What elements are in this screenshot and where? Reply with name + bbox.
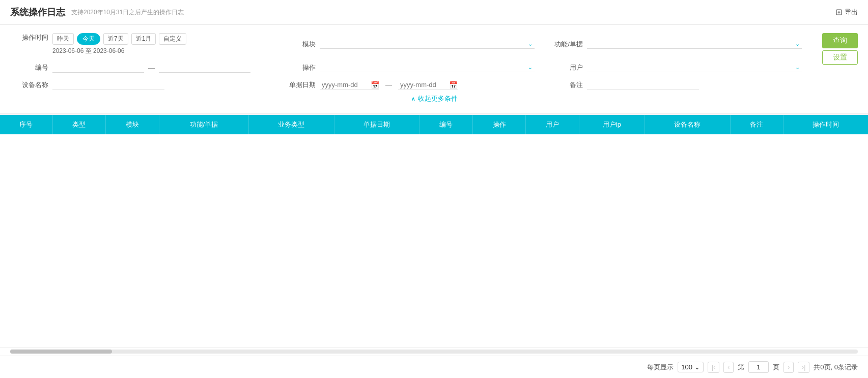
next-page-button[interactable]: › — [783, 362, 794, 373]
date-start-group: 📅 — [320, 80, 379, 90]
col-index: 序号 — [0, 115, 52, 134]
col-remark: 备注 — [730, 115, 783, 134]
export-label: 导出 — [845, 8, 858, 17]
page-unit: 页 — [773, 363, 779, 372]
col-voucher-date: 单据日期 — [334, 115, 419, 134]
calendar-start-icon[interactable]: 📅 — [371, 81, 379, 89]
module-select[interactable]: ⌄ — [320, 40, 535, 49]
first-page-button[interactable]: |‹ — [708, 362, 719, 373]
page-label: 第 — [738, 363, 744, 372]
col-user-ip: 用户ip — [579, 115, 645, 134]
col-code: 编号 — [419, 115, 472, 134]
time-range: 2023-06-06 至 2023-06-06 — [52, 47, 186, 55]
query-button[interactable]: 查询 — [822, 33, 858, 48]
time-btn-7days[interactable]: 近7天 — [103, 33, 128, 45]
remark-input[interactable] — [587, 80, 699, 90]
scrollbar-area — [0, 347, 868, 356]
code-start-input[interactable] — [52, 63, 144, 73]
chevron-up-icon: ∧ — [411, 95, 416, 103]
time-btn-custom[interactable]: 自定义 — [159, 33, 186, 45]
date-start-input[interactable] — [320, 80, 371, 90]
page-number-input[interactable] — [748, 361, 769, 373]
table-header: 序号 类型 模块 功能/单据 业务类型 单据日期 编号 操作 用户 用户ip 设… — [0, 115, 868, 134]
per-page-select[interactable]: 100 ⌄ — [678, 362, 704, 372]
action-buttons: 查询 设置 — [822, 33, 858, 65]
time-btn-1month[interactable]: 近1月 — [131, 33, 156, 45]
scrollbar-thumb[interactable] — [10, 350, 112, 354]
col-op-time: 操作时间 — [783, 115, 868, 134]
col-module: 模块 — [106, 115, 159, 134]
function-select[interactable]: ⌄ — [587, 40, 802, 49]
user-select-text — [587, 67, 795, 69]
scrollbar-track — [10, 350, 858, 354]
collapse-button[interactable]: ∧ 收起更多条件 — [411, 94, 458, 103]
function-chevron-icon: ⌄ — [795, 41, 800, 47]
user-label: 用户 — [545, 63, 583, 72]
module-filter: 模块 ⌄ — [277, 33, 545, 55]
pagination-total: 共0页, 0条记录 — [814, 363, 858, 372]
col-type: 类型 — [52, 115, 105, 134]
table-wrapper: 序号 类型 模块 功能/单据 业务类型 单据日期 编号 操作 用户 用户ip 设… — [0, 115, 868, 347]
date-dash: — — [385, 81, 392, 89]
code-label: 编号 — [10, 63, 48, 72]
operation-label: 操作 — [277, 63, 316, 72]
prev-page-button[interactable]: ‹ — [723, 362, 734, 373]
operation-chevron-icon: ⌄ — [528, 64, 533, 71]
per-page-label: 每页显示 — [647, 363, 674, 372]
code-end-input[interactable] — [159, 63, 250, 73]
date-end-group: 📅 — [398, 80, 458, 90]
calendar-end-icon[interactable]: 📅 — [449, 81, 458, 89]
voucher-date-filter: 单据日期 📅 — 📅 — [277, 80, 545, 90]
device-filter: 设备名称 — [10, 80, 277, 90]
code-filter: 编号 — — [10, 63, 277, 73]
device-label: 设备名称 — [10, 80, 48, 90]
time-label: 操作时间 — [10, 33, 48, 42]
remark-filter: 备注 — [545, 80, 812, 90]
last-page-button[interactable]: ›| — [798, 362, 809, 373]
col-function: 功能/单据 — [159, 115, 248, 134]
col-biz-type: 业务类型 — [249, 115, 334, 134]
function-select-text — [587, 43, 795, 45]
code-dash: — — [148, 64, 155, 72]
page-title: 系统操作日志 — [10, 6, 65, 18]
function-label: 功能/单据 — [545, 40, 583, 49]
collapse-bar: ∧ 收起更多条件 — [10, 90, 858, 105]
date-end-input[interactable] — [398, 80, 449, 90]
export-icon — [835, 9, 843, 16]
module-chevron-icon: ⌄ — [528, 41, 533, 47]
module-label: 模块 — [277, 40, 316, 49]
pagination: 每页显示 100 ⌄ |‹ ‹ 第 页 › ›| 共0页, 0条记录 — [0, 356, 868, 378]
user-filter: 用户 ⌄ — [545, 63, 812, 73]
col-user: 用户 — [526, 115, 579, 134]
export-button[interactable]: 导出 — [835, 8, 858, 17]
operation-select[interactable]: ⌄ — [320, 63, 535, 72]
operation-select-text — [320, 67, 528, 69]
remark-label: 备注 — [545, 80, 583, 90]
col-operation: 操作 — [472, 115, 525, 134]
module-select-text — [320, 43, 528, 45]
voucher-date-label: 单据日期 — [277, 80, 316, 90]
user-chevron-icon: ⌄ — [795, 64, 800, 71]
settings-button[interactable]: 设置 — [822, 50, 858, 65]
device-input[interactable] — [52, 80, 164, 90]
operation-filter: 操作 ⌄ — [277, 63, 545, 73]
time-buttons: 昨天 今天 近7天 近1月 自定义 — [52, 33, 186, 45]
per-page-value: 100 — [681, 363, 692, 371]
time-btn-yesterday[interactable]: 昨天 — [52, 33, 74, 45]
page-subtitle: 支持2020年10月31日之后产生的操作日志 — [71, 8, 184, 17]
col-device: 设备名称 — [645, 115, 730, 134]
data-table: 序号 类型 模块 功能/单据 业务类型 单据日期 编号 操作 用户 用户ip 设… — [0, 115, 868, 134]
user-select[interactable]: ⌄ — [587, 63, 802, 72]
collapse-label: 收起更多条件 — [418, 94, 458, 103]
filter-area: 操作时间 昨天 今天 近7天 近1月 自定义 2023-06-06 至 2023… — [0, 25, 868, 114]
time-filter: 操作时间 昨天 今天 近7天 近1月 自定义 2023-06-06 至 2023… — [10, 33, 277, 55]
page-header: 系统操作日志 支持2020年10月31日之后产生的操作日志 导出 — [0, 0, 868, 25]
per-page-chevron-icon: ⌄ — [694, 363, 700, 371]
function-filter: 功能/单据 ⌄ — [545, 33, 812, 55]
time-btn-today[interactable]: 今天 — [77, 33, 100, 45]
